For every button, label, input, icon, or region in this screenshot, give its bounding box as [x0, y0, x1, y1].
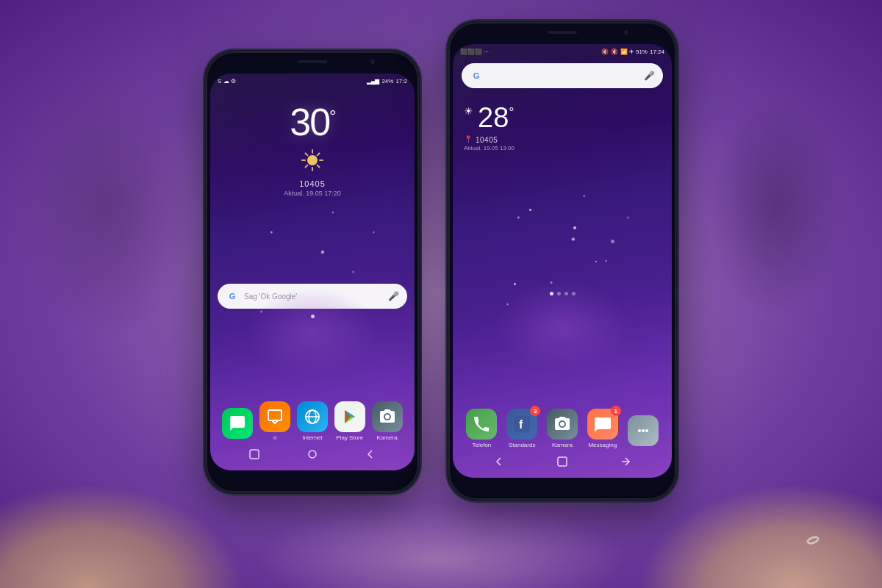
svg-text:f: f: [519, 418, 523, 431]
right-nav-back[interactable]: [492, 454, 506, 469]
app-internet-label: Internet: [302, 434, 322, 441]
app-standards[interactable]: f 3 Standards: [506, 409, 537, 448]
left-sun-icon: [299, 147, 326, 173]
svg-point-25: [645, 429, 648, 432]
app-camera-left-label: Kamera: [377, 434, 398, 441]
left-nav-recents[interactable]: [247, 447, 262, 462]
phones-wrapper: S ☁ ⚙ ▂▄▆ 24% 17:2 30°: [140, 22, 742, 581]
svg-rect-9: [268, 410, 282, 420]
right-phone-screen: ⬛⬛⬛ ··· 🔇 🔇 📶 ✈ 91% 17:24 G 🎤 ☀: [453, 44, 672, 478]
app-standards-label: Standards: [509, 442, 535, 448]
sparkle-5: [611, 240, 614, 243]
front-camera: [370, 60, 375, 64]
app-orange-label: n: [273, 434, 276, 441]
app-play-store-label: Play Store: [336, 434, 363, 441]
right-nav-recents[interactable]: [555, 454, 570, 469]
right-nav-overview[interactable]: [618, 454, 633, 469]
sparkle-3: [595, 261, 597, 262]
app-internet-icon: [297, 401, 328, 432]
svg-line-5: [306, 154, 308, 156]
app-orange[interactable]: n: [259, 401, 290, 441]
right-nav-bar: [453, 451, 672, 472]
left-nav-home[interactable]: [305, 447, 320, 462]
app-camera-right-label: Kamera: [552, 442, 573, 448]
app-messages-icon: [222, 408, 253, 439]
phone-left: S ☁ ⚙ ▂▄▆ 24% 17:2 30°: [206, 51, 419, 492]
standards-badge: 3: [530, 406, 540, 416]
app-standards-icon: f 3: [506, 409, 537, 440]
app-play-store-icon: [334, 401, 365, 432]
app-orange-icon: [259, 401, 290, 432]
svg-line-6: [318, 165, 320, 168]
svg-point-19: [309, 451, 316, 458]
left-phone-screen: S ☁ ⚙ ▂▄▆ 24% 17:2 30°: [210, 74, 415, 470]
app-messages[interactable]: [222, 408, 253, 441]
app-camera-right[interactable]: Kamera: [547, 409, 578, 448]
app-messaging[interactable]: 1 Messaging: [587, 409, 618, 448]
svg-line-7: [318, 154, 320, 156]
speaker: [298, 60, 327, 63]
app-phone[interactable]: Telefon: [466, 409, 497, 448]
app-more-icon: [628, 415, 659, 446]
app-phone-label: Telefon: [472, 442, 491, 448]
phone-right: ⬛⬛⬛ ··· 🔇 🔇 📶 ✈ 91% 17:24 G 🎤 ☀: [448, 22, 676, 500]
app-camera-left-icon: [372, 401, 403, 432]
app-messaging-icon: 1: [587, 409, 618, 440]
svg-rect-26: [558, 457, 567, 466]
right-app-row: Telefon f 3 Standards: [459, 409, 666, 448]
svg-rect-18: [250, 450, 259, 459]
left-app-dock: n Internet: [210, 401, 415, 441]
app-more[interactable]: [628, 415, 659, 448]
right-front-camera: [624, 30, 628, 35]
svg-point-22: [560, 422, 564, 426]
left-nav-back[interactable]: [363, 447, 378, 462]
left-nav-bar: [210, 444, 415, 465]
svg-point-17: [385, 415, 390, 419]
left-app-row: n Internet: [216, 401, 409, 441]
svg-point-23: [638, 429, 641, 432]
messaging-badge: 1: [611, 406, 621, 416]
right-speaker: [548, 31, 577, 34]
svg-point-24: [642, 429, 645, 432]
svg-point-0: [307, 155, 318, 165]
right-app-dock: Telefon f 3 Standards: [453, 409, 672, 448]
svg-line-8: [306, 165, 308, 168]
app-messaging-label: Messaging: [588, 442, 617, 448]
sparkle-2: [573, 226, 576, 229]
app-play-store[interactable]: Play Store: [334, 401, 365, 441]
app-camera-right-icon: [547, 409, 578, 440]
app-internet[interactable]: Internet: [297, 401, 328, 441]
app-phone-icon: [466, 409, 497, 440]
app-camera-left[interactable]: Kamera: [372, 401, 403, 441]
